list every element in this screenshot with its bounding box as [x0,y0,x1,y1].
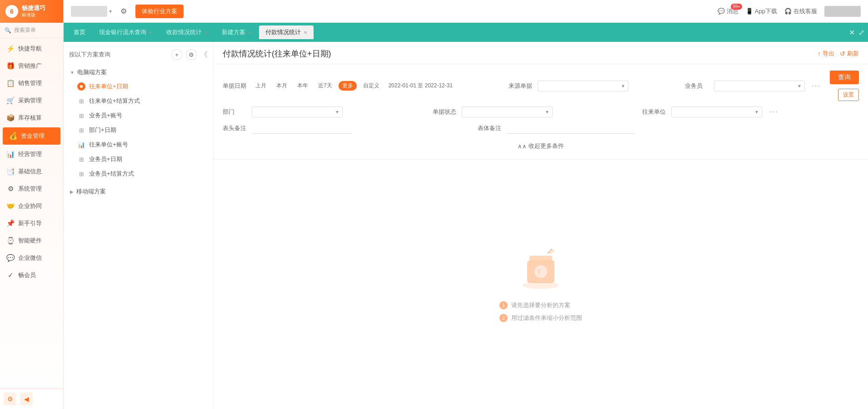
scheme-group-mobile-header[interactable]: ▶ 移动端方案 [64,185,213,198]
filter-settings-btn[interactable]: 设置 [838,89,859,101]
right-content: 付款情况统计(往来单位+日期) ↑ 导出 ↺ 刷新 单 [214,42,868,409]
scheme-item-unit-date[interactable]: 往来单位+日期 [64,79,213,94]
tab-new-scheme-close-icon[interactable]: ✕ [248,30,252,35]
filter-row-2: 部门 ▾ 单据状态 ▾ [223,106,859,117]
query-btn[interactable]: 查询 [830,71,859,84]
sidebar-item-inventory[interactable]: 📦 库存核算 [0,109,63,126]
footer-collapse-btn[interactable]: ◀ [20,393,33,405]
staff-more-btn[interactable]: ··· [812,82,821,90]
date-option-more[interactable]: 更多 [339,81,357,91]
sidebar-item-sales[interactable]: 📋 销售管理 [0,75,63,92]
sidebar-item-wechat[interactable]: 💬 企业微信 [0,249,63,267]
staff-account-icon: ⊞ [77,111,85,120]
sidebar-item-label: 快捷导航 [18,45,42,53]
tab-bank[interactable]: 现金银行流水查询 ✕ [93,25,159,39]
sidebar-item-enterprise[interactable]: 🤝 企业协同 [0,197,63,215]
topbar-settings-btn[interactable]: ⚙ [117,5,130,18]
table-body-note-filter: 表体备注 [478,123,634,134]
counterpart-more-btn[interactable]: ··· [769,108,778,116]
page-title: 付款情况统计(往来单位+日期) [223,48,331,59]
online-service-btn[interactable]: 🎧 在线客服 [784,7,817,15]
date-option-this-year[interactable]: 本年 [294,81,312,91]
tab-payments[interactable]: 付款情况统计 ✕ [259,25,314,39]
footer-settings-btn[interactable]: ⚙ [4,393,16,405]
sales-icon: 📋 [6,79,15,87]
add-scheme-btn[interactable]: + [171,49,182,60]
staff-label: 业务员 [685,82,710,90]
scheme-item-dept-date[interactable]: ⊞ 部门+日期 [64,123,213,137]
refresh-btn[interactable]: ↺ 刷新 [840,50,859,58]
user-profile-avatar[interactable] [824,6,861,17]
date-option-custom[interactable]: 自定义 [359,81,383,91]
sidebar-item-guide[interactable]: 📌 新手引导 [0,215,63,232]
empty-tips: 1 请先选择要分析的方案 2 用过滤条件来缩小分析范围 [499,301,582,322]
scheme-item-label: 业务员+日期 [89,155,122,163]
tab-payments-close-icon[interactable]: ✕ [304,30,307,35]
table-body-note-input[interactable] [507,123,634,134]
scheme-item-unit-account[interactable]: 📊 往来单位+账号 [64,137,213,152]
scheme-item-staff-payment[interactable]: ⊞ 业务员+结算方式 [64,167,213,181]
sidebar-item-system[interactable]: ⚙ 系统管理 [0,180,63,197]
collapse-more-btn[interactable]: ∧∧ 收起更多条件 [223,139,859,153]
sidebar-item-hardware[interactable]: ⌚ 智能硬件 [0,232,63,249]
dept-dropdown-arrow-icon: ▾ [336,109,339,115]
staff-dropdown[interactable]: ▾ [714,81,805,91]
sidebar-item-label: 系统管理 [18,185,42,193]
sidebar-item-label: 采购管理 [18,96,42,105]
tab-close-all-icon[interactable]: ✕ [849,28,855,37]
date-option-this-month[interactable]: 本月 [273,81,291,91]
source-dropdown[interactable]: ▾ [538,81,629,91]
wechat-icon: 💬 [6,254,15,262]
sidebar-search[interactable]: 🔍 搜索菜单 [0,23,63,38]
scheme-item-label: 往来单位+账号 [89,141,128,149]
export-btn[interactable]: ↑ 导出 [818,50,834,58]
sidebar-item-basic[interactable]: 📑 基础信息 [0,163,63,180]
panel-collapse-btn[interactable]: 《 [200,50,208,60]
counterpart-filter: 往来单位 ▾ ··· [642,106,778,117]
sidebar-item-member[interactable]: ✓ 畅会员 [0,267,63,284]
source-filter: 来源单据 ▾ [509,81,629,91]
messages-btn[interactable]: 💬 消息 99+ [718,7,738,15]
svg-text:!: ! [538,268,540,275]
sidebar-item-finance[interactable]: 💰 资金管理 [3,127,60,145]
sidebar-item-label: 新手引导 [18,219,42,227]
pc-group-arrow-icon: ▼ [70,70,75,75]
table-header-note-input[interactable] [252,123,352,134]
trial-btn[interactable]: 体验行业方案 [135,5,184,18]
sidebar-item-purchase[interactable]: 🛒 采购管理 [0,92,63,109]
scheme-item-staff-date[interactable]: ⊞ 业务员+日期 [64,152,213,167]
sidebar-item-marketing[interactable]: 🎁 营销推广 [0,57,63,75]
topbar-right: 💬 消息 99+ 📱 App下载 🎧 在线客服 [718,6,861,17]
topbar-user[interactable]: ▾ [71,6,112,17]
counterpart-dropdown[interactable]: ▾ [671,106,762,117]
sidebar-logo: 6 畅捷通巧 标准版 [0,0,63,23]
user-avatar [71,6,107,17]
tab-receipts-close-icon[interactable]: ✕ [205,30,208,35]
sidebar-item-shortcut[interactable]: ⚡ 快捷导航 [0,40,63,57]
app-download-btn[interactable]: 📱 App下载 [746,7,777,15]
date-option-7days[interactable]: 近7天 [314,81,336,91]
scheme-item-unit-payment[interactable]: ⊞ 往来单位+结算方式 [64,94,213,108]
tab-expand-icon[interactable]: ⤢ [858,28,864,37]
sidebar-item-operation[interactable]: 📊 经营管理 [0,146,63,163]
dept-filter: 部门 ▾ [223,106,343,117]
voucher-status-dropdown[interactable]: ▾ [462,106,553,117]
date-range-display: 2022-01-01 至 2022-12-31 [389,82,453,90]
dept-label: 部门 [223,108,248,116]
sidebar: 6 畅捷通巧 标准版 🔍 搜索菜单 ⚡ 快捷导航 🎁 营销推广 📋 销售管理 🛒… [0,0,64,409]
tabbar: 首页 现金银行流水查询 ✕ 收款情况统计 ✕ 新建方案 ✕ 付款情况统计 ✕ ✕… [64,23,868,42]
scheme-settings-btn[interactable]: ⚙ [186,49,197,60]
voucher-status-arrow-icon: ▾ [546,109,549,115]
tab-home[interactable]: 首页 [67,25,92,39]
tab-new-scheme[interactable]: 新建方案 ✕ [215,25,258,39]
page-header: 付款情况统计(往来单位+日期) ↑ 导出 ↺ 刷新 [214,42,868,64]
date-option-last-month[interactable]: 上月 [252,81,270,91]
tab-bank-close-icon[interactable]: ✕ [149,30,153,35]
enterprise-icon: 🤝 [6,202,15,210]
scheme-item-staff-account[interactable]: ⊞ 业务员+账号 [64,108,213,123]
source-dropdown-arrow-icon: ▾ [622,83,624,89]
tab-receipts[interactable]: 收款情况统计 ✕ [160,25,215,39]
dept-dropdown[interactable]: ▾ [252,106,343,117]
refresh-icon: ↺ [840,50,845,57]
scheme-group-pc-header[interactable]: ▼ 电脑端方案 [64,66,213,79]
